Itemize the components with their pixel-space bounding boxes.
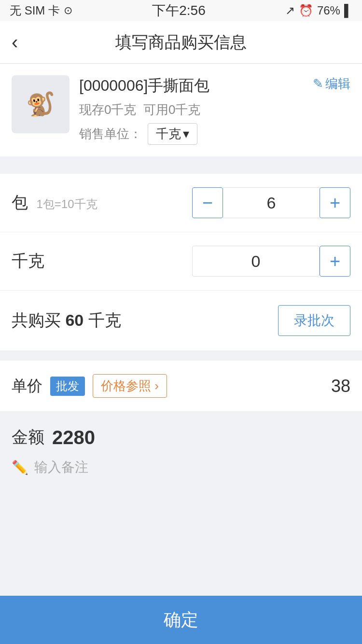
batch-button[interactable]: 录批次	[278, 305, 350, 336]
price-tag: 批发	[50, 377, 85, 396]
kg-plus-button[interactable]: +	[320, 246, 350, 277]
quantity-plus-button[interactable]: +	[320, 187, 350, 218]
status-right: ↗ ⏰ 76% ▌	[285, 4, 352, 17]
page-title: 填写商品购买信息	[115, 31, 247, 54]
unit-label: 销售单位：	[79, 126, 142, 142]
product-thumbnail: 🐒	[12, 75, 70, 133]
kg-label: 千克	[12, 250, 192, 272]
quantity-control: − +	[192, 187, 350, 218]
product-unit-row: 销售单位： 千克 ▾	[79, 123, 350, 145]
battery-text: 76%	[317, 4, 340, 17]
section-separator-1	[0, 164, 362, 174]
confirm-button-area[interactable]: 确定	[0, 596, 362, 644]
product-info: [0000006]手撕面包 现存0千克 可用0千克 销售单位： 千克 ▾	[79, 75, 350, 145]
price-label: 单价	[12, 376, 42, 397]
product-name: [0000006]手撕面包	[79, 75, 350, 97]
location-icon: ↗	[285, 4, 295, 17]
wifi-icon: ⊙	[64, 4, 72, 17]
bao-row: 包 1包=10千克 − +	[0, 174, 362, 232]
confirm-button-label: 确定	[164, 608, 198, 632]
price-section: 单价 批发 价格参照 › 38	[0, 361, 362, 412]
product-stock: 现存0千克 可用0千克	[79, 101, 350, 118]
summary-section: 共购买 60 千克 录批次	[0, 291, 362, 351]
nav-bar: ‹ 填写商品购买信息	[0, 21, 362, 64]
kg-input-group: +	[192, 246, 350, 277]
amount-value: 2280	[52, 427, 95, 448]
quantity-input[interactable]	[223, 187, 320, 218]
alarm-icon: ⏰	[299, 4, 313, 17]
kg-input[interactable]	[192, 246, 320, 277]
section-separator-2	[0, 351, 362, 361]
quantity-minus-button[interactable]: −	[192, 187, 223, 218]
remark-placeholder[interactable]: 输入备注	[34, 458, 88, 476]
product-thumb-icon: 🐒	[26, 91, 55, 118]
price-value: 38	[331, 376, 350, 396]
edit-icon: ✎	[313, 76, 323, 91]
unit-select[interactable]: 千克 ▾	[148, 123, 197, 145]
status-left: 无 SIM 卡 ⊙	[10, 3, 72, 18]
bao-label: 包 1包=10千克	[12, 192, 192, 214]
summary-text: 共购买 60 千克	[12, 309, 121, 332]
pencil-icon: ✏️	[12, 460, 28, 476]
carrier-text: 无 SIM 卡	[10, 3, 60, 18]
kg-row: 千克 +	[0, 232, 362, 291]
amount-row: 金额 2280	[12, 426, 350, 448]
product-section: 🐒 [0000006]手撕面包 现存0千克 可用0千克 销售单位： 千克 ▾ ✎…	[0, 64, 362, 156]
amount-label: 金额	[12, 426, 44, 448]
battery-icon: ▌	[344, 4, 352, 17]
summary-row: 共购买 60 千克 录批次	[0, 291, 362, 351]
bao-sublabel: 1包=10千克	[36, 197, 97, 210]
input-section: 包 1包=10千克 − + 千克 +	[0, 174, 362, 291]
price-ref-button[interactable]: 价格参照 ›	[93, 374, 167, 398]
status-time: 下午2:56	[152, 1, 206, 20]
back-button[interactable]: ‹	[12, 31, 18, 53]
remark-row[interactable]: ✏️ 输入备注	[12, 458, 350, 476]
status-bar: 无 SIM 卡 ⊙ 下午2:56 ↗ ⏰ 76% ▌	[0, 0, 362, 21]
edit-button[interactable]: ✎ 编辑	[313, 75, 350, 92]
amount-section: 金额 2280 ✏️ 输入备注	[0, 412, 362, 484]
